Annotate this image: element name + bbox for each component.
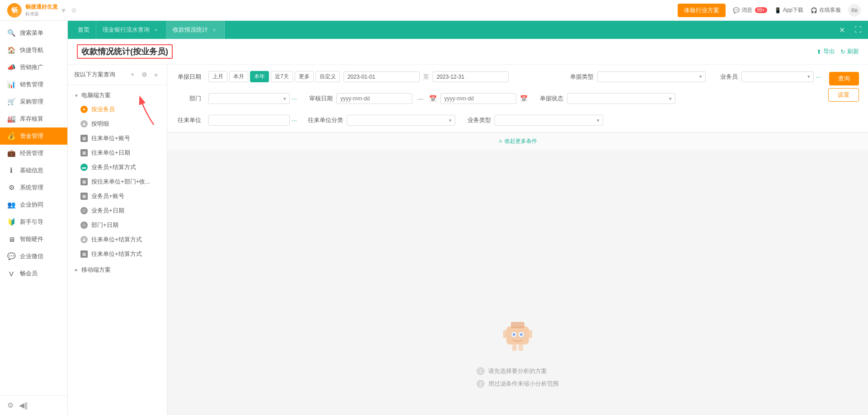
brand-name: 畅捷通好生意 [25, 4, 58, 11]
salesperson-more-btn[interactable]: ··· [816, 73, 821, 80]
salesperson-select[interactable] [741, 71, 814, 82]
export-button[interactable]: ⬆ 导出 [816, 47, 835, 56]
message-icon: 💬 [733, 7, 740, 14]
scheme-icon-person: ● [80, 106, 88, 113]
scheme-item-unit-account[interactable]: ▦ 往来单位+账号 [68, 131, 167, 146]
sidebar-item-wechat[interactable]: 💬 企业微信 [0, 248, 67, 265]
counterpart-more-btn[interactable]: ··· [292, 117, 297, 124]
date-range-separator: 至 [423, 73, 429, 81]
tab-cashflow-close[interactable]: × [152, 26, 160, 33]
tab-home[interactable]: 首页 [71, 21, 96, 39]
counterpart-input[interactable] [208, 115, 290, 126]
review-date-to[interactable] [440, 93, 516, 104]
sidebar-item-collab[interactable]: 👥 企业协同 [0, 196, 67, 213]
sidebar-item-member[interactable]: V 畅会员 [0, 265, 67, 282]
collapse-bar[interactable]: ∧ 收起更多条件 [167, 132, 868, 150]
sidebar-item-finance[interactable]: 💰 资金管理 [0, 127, 67, 145]
counterpart-category-select[interactable] [347, 115, 455, 126]
counterpart-category-wrapper [347, 115, 455, 126]
dept-more-btn[interactable]: ··· [292, 95, 297, 102]
biztype-select[interactable] [495, 115, 603, 126]
settings-icon: ⚙ [7, 184, 15, 192]
scheme-item-salesperson-account[interactable]: ▦ 业务员+账号 [68, 189, 167, 203]
scheme-item-label: 往来单位+结算方式 [91, 236, 142, 244]
tip-num-1: 1 [476, 367, 485, 375]
trial-button[interactable]: 体验行业方案 [678, 4, 726, 17]
scheme-item-unit-settle2[interactable]: ▦ 往来单位+结算方式 [68, 247, 167, 261]
scheme-tree: ▼ 电脑端方案 ● 按业务员 ♟ 按明细 ▦ 往 [68, 85, 167, 282]
shortcut-7days[interactable]: 近7天 [271, 71, 293, 82]
info-icon: ℹ [7, 166, 15, 174]
date-filter-label: 单据日期 [176, 73, 201, 81]
tab-collection-close[interactable]: × [211, 26, 218, 33]
sidebar-item-marketing[interactable]: 📣 营销推广 [0, 59, 67, 76]
sidebar-item-purchase[interactable]: 🛒 采购管理 [0, 93, 67, 110]
export-icon: ⬆ [816, 48, 821, 55]
messages-group[interactable]: 💬 消息 99+ [733, 6, 767, 14]
scheme-item-salesperson-date[interactable]: ⊙ 业务员+日期 [68, 203, 167, 218]
user-avatar[interactable]: Rit [848, 4, 861, 17]
scheme-item-salesperson[interactable]: ● 按业务员 [68, 102, 167, 117]
dept-select[interactable] [208, 93, 290, 104]
date-from-input[interactable] [344, 71, 420, 82]
dropdown-icon[interactable]: ▾ [61, 5, 66, 15]
sidebar-collapse-icon[interactable]: ◀‖ [19, 401, 28, 410]
scheme-settings-btn[interactable]: ⚙ [140, 70, 149, 79]
tab-collection[interactable]: 收款情况统计 × [166, 21, 225, 39]
review-date-from[interactable] [336, 93, 412, 104]
sidebar-item-quicknav[interactable]: 🏠 快捷导航 [0, 42, 67, 59]
shortcut-custom[interactable]: 自定义 [316, 71, 340, 82]
scheme-icon-clock1: ⊙ [80, 207, 88, 214]
sidebar-item-system[interactable]: ⚙ 系统管理 [0, 179, 67, 196]
sidebar-item-inventory[interactable]: 🏭 库存核算 [0, 110, 67, 127]
settings-icon[interactable]: ⚙ [71, 7, 77, 14]
svg-point-5 [520, 333, 523, 336]
scheme-item-salesperson-settle[interactable]: ▬ 业务员+结算方式 [68, 160, 167, 174]
messages-label: 消息 [741, 6, 752, 14]
scheme-item-detail[interactable]: ♟ 按明细 [68, 117, 167, 131]
online-service-group[interactable]: 🎧 在线客服 [811, 6, 841, 14]
app-download-group[interactable]: 📱 App下载 [774, 6, 803, 14]
close-tab-btn[interactable]: ✕ [835, 24, 848, 36]
scheme-item-unit-dept[interactable]: ▦ 按往来单位+部门+收... [68, 174, 167, 189]
user-label: Rit [851, 8, 857, 13]
shortcut-more[interactable]: 更多 [295, 71, 314, 82]
sidebar-item-search[interactable]: 🔍 搜索菜单 [0, 24, 67, 42]
shortcut-thisyear[interactable]: 本年 [250, 71, 269, 82]
review-date-sep: — [416, 95, 425, 102]
sidebar-item-hardware[interactable]: 🖥 智能硬件 [0, 231, 67, 248]
scheme-item-dept-date[interactable]: ⊙ 部门+日期 [68, 218, 167, 232]
sidebar-item-sales[interactable]: 📊 销售管理 [0, 76, 67, 93]
team-icon: 👥 [7, 201, 15, 209]
sidebar-item-label: 搜索菜单 [20, 29, 43, 37]
docstatus-select[interactable] [567, 93, 675, 104]
refresh-button[interactable]: ↻ 刷新 [840, 47, 859, 56]
settings-button[interactable]: 设置 [828, 88, 859, 102]
scheme-item-unit-settle1[interactable]: ♟ 往来单位+结算方式 [68, 232, 167, 247]
empty-robot-icon [495, 313, 540, 358]
scheme-group-mobile-header[interactable]: ▼ 移动端方案 [68, 263, 167, 277]
sidebar-item-guide[interactable]: 🔰 新手引导 [0, 213, 67, 231]
scheme-item-unit-date[interactable]: ▦ 往来单位+日期 [68, 146, 167, 160]
maximize-btn[interactable]: ⛶ [852, 24, 864, 36]
doctype-select-wrapper [597, 71, 706, 82]
add-scheme-btn[interactable]: ＋ [128, 70, 137, 79]
sidebar-item-ops[interactable]: 💼 经营管理 [0, 145, 67, 162]
sidebar-gear-icon[interactable]: ⚙ [7, 401, 14, 410]
messages-badge: 99+ [755, 7, 767, 13]
calendar-icon-to[interactable]: 📅 [520, 95, 528, 102]
scheme-collapse-btn[interactable]: « [151, 70, 160, 79]
tab-cashflow[interactable]: 现金银行流水查询 × [96, 21, 166, 39]
calendar-icon-from[interactable]: 📅 [429, 95, 437, 102]
doctype-select[interactable] [597, 71, 706, 82]
shortcut-lastmonth[interactable]: 上月 [208, 71, 227, 82]
sidebar-item-basicinfo[interactable]: ℹ 基础信息 [0, 162, 67, 179]
main-content: 按以下方案查询 ＋ ⚙ « [68, 65, 868, 415]
query-button[interactable]: 查询 [829, 72, 859, 85]
date-to-input[interactable] [433, 71, 509, 82]
scheme-group-desktop-header[interactable]: ▼ 电脑端方案 [68, 89, 167, 102]
briefcase-icon: 💼 [7, 149, 15, 157]
query-area: 单据日期 上月 本月 本年 近7天 更多 自定义 [167, 65, 868, 415]
scheme-icon-bar: ▬ [80, 164, 88, 171]
shortcut-thismonth[interactable]: 本月 [229, 71, 248, 82]
